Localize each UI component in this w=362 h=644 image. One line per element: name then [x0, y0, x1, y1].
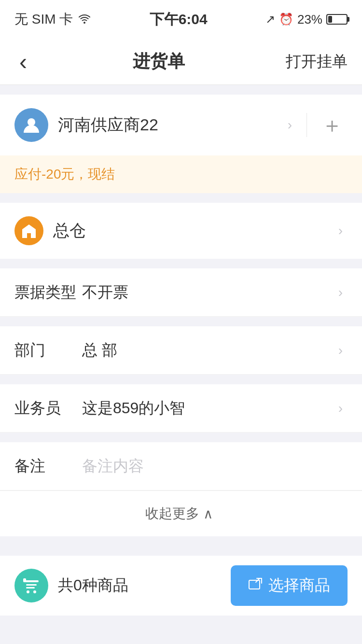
salesperson-row[interactable]: 业务员 这是859的小智 › [0, 384, 362, 433]
section-gap-4 [0, 317, 362, 326]
add-supplier-button[interactable]: ＋ [317, 111, 348, 140]
section-gap-6 [0, 433, 362, 442]
invoice-type-value: 不开票 [82, 282, 338, 303]
status-right: ↗ ⏰ 23% [265, 12, 348, 27]
svg-rect-6 [23, 578, 26, 582]
collapse-label: 收起更多 [145, 504, 199, 523]
page-title: 进货单 [133, 50, 185, 73]
select-goods-icon [248, 577, 264, 594]
invoice-type-label: 票据类型 [14, 282, 77, 303]
select-goods-button[interactable]: 选择商品 [231, 565, 348, 606]
warehouse-chevron-icon: › [338, 223, 343, 238]
svg-rect-3 [26, 587, 35, 588]
section-gap-2 [0, 193, 362, 203]
salesperson-label: 业务员 [14, 398, 77, 419]
section-gap-7 [0, 536, 362, 546]
warehouse-icon [14, 216, 43, 245]
svg-point-5 [33, 590, 36, 593]
svg-rect-1 [24, 580, 39, 582]
salesperson-chevron: › [338, 401, 343, 416]
select-goods-label: 选择商品 [268, 575, 330, 596]
supplier-avatar [14, 108, 48, 142]
nav-bar: ‹ 进货单 打开挂单 [0, 39, 362, 85]
status-time: 下午6:04 [150, 10, 208, 29]
supplier-name: 河南供应商22 [58, 114, 288, 136]
svg-point-0 [28, 118, 35, 126]
location-icon: ↗ [265, 13, 275, 26]
department-row[interactable]: 部门 总 部 › [0, 326, 362, 375]
vertical-divider [306, 113, 307, 137]
content-area: 河南供应商22 › ＋ 应付-20元，现结 总仓 › 票据类型 不开票 › [0, 85, 362, 644]
collapse-icon: ∧ [203, 506, 213, 522]
department-value: 总 部 [82, 340, 338, 361]
status-left: 无 SIM 卡 [14, 10, 91, 28]
supplier-chevron-icon: › [288, 117, 292, 133]
warning-banner: 应付-20元，现结 [0, 155, 362, 193]
warehouse-row[interactable]: 总仓 › [0, 203, 362, 259]
battery-percent: 23% [297, 12, 322, 27]
bottom-bar: 共0种商品 选择商品 [0, 556, 362, 616]
department-label: 部门 [14, 340, 77, 361]
open-pending-button[interactable]: 打开挂单 [286, 51, 348, 72]
remark-row[interactable]: 备注 备注内容 [0, 442, 362, 490]
alarm-icon: ⏰ [279, 13, 293, 26]
carrier-text: 无 SIM 卡 [14, 10, 73, 28]
remark-label: 备注 [14, 456, 77, 477]
invoice-type-chevron: › [338, 285, 343, 300]
salesperson-value: 这是859的小智 [82, 398, 338, 419]
section-gap-1 [0, 85, 362, 95]
supplier-row[interactable]: 河南供应商22 › ＋ [0, 95, 362, 155]
battery-icon [326, 14, 348, 25]
svg-rect-2 [26, 584, 37, 586]
goods-icon [14, 569, 48, 602]
svg-rect-7 [249, 580, 260, 589]
invoice-type-row[interactable]: 票据类型 不开票 › [0, 268, 362, 317]
user-icon [22, 115, 41, 135]
wifi-icon [78, 12, 91, 27]
svg-point-4 [27, 590, 29, 593]
remark-input[interactable]: 备注内容 [82, 456, 348, 477]
status-bar: 无 SIM 卡 下午6:04 ↗ ⏰ 23% [0, 0, 362, 39]
goods-count-text: 共0种商品 [58, 575, 231, 596]
back-button[interactable]: ‹ [14, 43, 32, 80]
form-section: 票据类型 不开票 › 部门 总 部 › 业务员 这是859的小智 › 备注 备注… [0, 268, 362, 536]
cart-icon [22, 576, 41, 595]
warning-text: 应付-20元，现结 [14, 167, 115, 182]
warehouse-name: 总仓 [53, 220, 338, 242]
section-gap-3 [0, 259, 362, 268]
footer-gray [0, 616, 362, 644]
collapse-row[interactable]: 收起更多 ∧ [0, 490, 362, 536]
home-icon [21, 223, 37, 239]
department-chevron: › [338, 343, 343, 358]
section-gap-5 [0, 375, 362, 384]
